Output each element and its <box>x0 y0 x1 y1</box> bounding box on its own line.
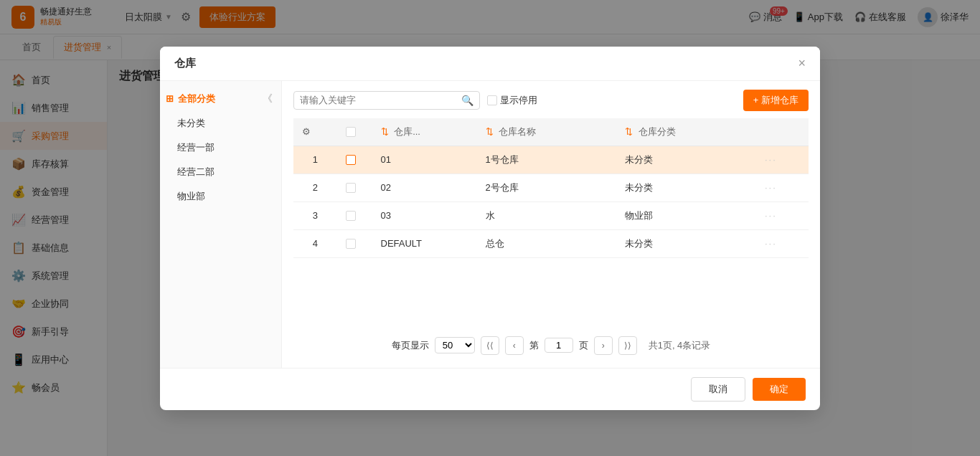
row-checkbox[interactable] <box>346 211 356 221</box>
table-row[interactable]: 1 01 1号仓库 未分类 ··· <box>293 146 809 174</box>
per-page-select[interactable]: 50 20 100 <box>435 337 475 353</box>
first-page-btn[interactable]: ⟨⟨ <box>481 336 499 355</box>
search-input[interactable] <box>300 95 458 105</box>
category-header: ⊞ 全部分类 《 <box>160 87 281 111</box>
category-sidebar: ⊞ 全部分类 《 未分类 经营一部 经营二部 物业部 <box>160 81 282 368</box>
next-page-btn[interactable]: › <box>594 336 613 355</box>
row-checkbox-cell <box>337 174 372 201</box>
modal-overlay[interactable]: 仓库 × ⊞ 全部分类 《 未分类 经营一部 <box>0 0 980 456</box>
category-item-ops1[interactable]: 经营一部 <box>160 136 281 160</box>
col-header-name[interactable]: ⇅ 仓库名称 <box>477 118 617 146</box>
prev-page-btn[interactable]: ‹ <box>505 336 524 355</box>
col-header-category[interactable]: ⇅ 仓库分类 <box>616 118 756 146</box>
col-header-check <box>337 118 372 146</box>
total-info: 共1页, 4条记录 <box>649 339 711 352</box>
page-label: 第 <box>529 339 539 352</box>
row-action-dots[interactable]: ··· <box>765 154 777 165</box>
modal-body: ⊞ 全部分类 《 未分类 经营一部 经营二部 物业部 <box>160 81 820 368</box>
row-index: 4 <box>293 229 337 257</box>
warehouse-modal: 仓库 × ⊞ 全部分类 《 未分类 经营一部 <box>160 47 820 410</box>
row-action-dots[interactable]: ··· <box>765 238 777 249</box>
row-action: ··· <box>756 174 809 201</box>
row-action-dots[interactable]: ··· <box>765 182 777 193</box>
col-header-code[interactable]: ⇅ 仓库... <box>372 118 477 146</box>
row-code: 02 <box>372 174 477 201</box>
modal-header: 仓库 × <box>160 47 820 81</box>
row-action: ··· <box>756 146 809 174</box>
col-header-settings: ⚙ <box>293 118 337 146</box>
row-name: 水 <box>477 201 617 229</box>
row-name: 2号仓库 <box>477 174 617 201</box>
collapse-icon[interactable]: 《 <box>263 92 273 105</box>
sort-icon-cat: ⇅ <box>625 126 633 137</box>
row-category: 未分类 <box>616 174 756 201</box>
sort-icon-name: ⇅ <box>486 126 494 137</box>
grid-icon: ⊞ <box>166 93 174 104</box>
row-checkbox-cell <box>337 229 372 257</box>
confirm-button[interactable]: 确定 <box>753 378 806 401</box>
category-item-ops2[interactable]: 经营二部 <box>160 160 281 184</box>
table-row[interactable]: 4 DEFAULT 总仓 未分类 ··· <box>293 229 809 257</box>
row-checkbox-cell <box>337 201 372 229</box>
page-number-input[interactable] <box>545 338 573 353</box>
modal-title: 仓库 <box>174 57 196 70</box>
table-area: 🔍 显示停用 + 新增仓库 ⚙ ⇅ <box>282 81 820 368</box>
search-icon: 🔍 <box>461 95 473 106</box>
table-row[interactable]: 2 02 2号仓库 未分类 ··· <box>293 174 809 201</box>
search-box: 🔍 <box>293 91 480 110</box>
modal-close-button[interactable]: × <box>798 57 806 70</box>
row-category: 物业部 <box>616 201 756 229</box>
add-warehouse-button[interactable]: + 新增仓库 <box>743 90 809 111</box>
sort-icon-code: ⇅ <box>381 126 389 137</box>
row-checkbox[interactable] <box>346 155 356 165</box>
select-all-checkbox[interactable] <box>346 127 356 137</box>
row-code: DEFAULT <box>372 229 477 257</box>
row-name: 1号仓库 <box>477 146 617 174</box>
category-item-uncategorized[interactable]: 未分类 <box>160 111 281 136</box>
table-row[interactable]: 3 03 水 物业部 ··· <box>293 201 809 229</box>
row-index: 2 <box>293 174 337 201</box>
row-category: 未分类 <box>616 229 756 257</box>
row-index: 3 <box>293 201 337 229</box>
row-name: 总仓 <box>477 229 617 257</box>
row-action-dots[interactable]: ··· <box>765 210 777 221</box>
row-code: 03 <box>372 201 477 229</box>
row-checkbox[interactable] <box>346 239 356 249</box>
row-category: 未分类 <box>616 146 756 174</box>
per-page-label: 每页显示 <box>392 339 429 352</box>
row-checkbox[interactable] <box>346 183 356 193</box>
show-disabled-checkbox[interactable] <box>487 95 497 105</box>
col-header-action <box>756 118 809 146</box>
warehouse-table: ⚙ ⇅ 仓库... ⇅ 仓库名称 ⇅ <box>293 118 809 258</box>
modal-footer: 取消 确定 <box>160 368 820 410</box>
row-action: ··· <box>756 229 809 257</box>
last-page-btn[interactable]: ⟩⟩ <box>618 336 637 355</box>
row-checkbox-cell <box>337 146 372 174</box>
pagination: 每页显示 50 20 100 ⟨⟨ ‹ 第 页 › ⟩⟩ 共1页, 4条记录 <box>293 326 809 359</box>
show-disabled-toggle[interactable]: 显示停用 <box>487 94 537 107</box>
cancel-button[interactable]: 取消 <box>691 377 745 402</box>
category-item-property[interactable]: 物业部 <box>160 184 281 209</box>
all-category-btn[interactable]: ⊞ 全部分类 <box>166 92 215 105</box>
row-index: 1 <box>293 146 337 174</box>
row-code: 01 <box>372 146 477 174</box>
table-toolbar: 🔍 显示停用 + 新增仓库 <box>293 90 809 111</box>
row-action: ··· <box>756 201 809 229</box>
page-unit: 页 <box>579 339 588 352</box>
